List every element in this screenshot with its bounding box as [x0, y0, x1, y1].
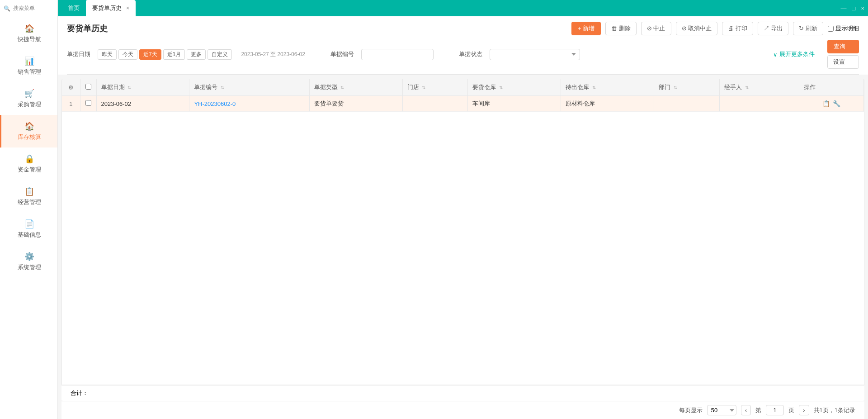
th-department[interactable]: 部门 ⇅ [654, 79, 720, 96]
doc-number-link[interactable]: YH-20230602-0 [194, 100, 236, 107]
th-check[interactable] [80, 79, 96, 96]
content-area: 要货单历史 + 新增 🗑 删除 ⊘ 中止 ⊘ 取消中止 🖨 打印 ↗ 导出 ↻ … [58, 16, 868, 419]
export-button[interactable]: ↗ 导出 [758, 22, 789, 35]
sidebar-search[interactable]: 🔍 搜索菜单 [0, 0, 57, 17]
th-department-label: 部门 [659, 84, 670, 90]
th-pending-warehouse-label: 待出仓库 [566, 84, 589, 90]
next-page-btn[interactable]: › [799, 405, 809, 415]
sidebar-item-label: 资金管理 [18, 166, 41, 174]
sidebar-item-basics[interactable]: 📄 基础信息 [0, 213, 57, 245]
sidebar-item-inventory[interactable]: 🏠 库存核算 [0, 115, 57, 148]
tab-home[interactable]: 首页 [61, 0, 86, 16]
sidebar-item-quick-nav[interactable]: 🏠 快捷导航 [0, 17, 57, 50]
tab-close-icon[interactable]: × [126, 5, 129, 11]
filter-row-1: 单据日期 昨天 今天 近7天 近1月 更多 自定义 2023-05-27 至 2… [67, 40, 859, 69]
sidebar-item-sales[interactable]: 📊 销售管理 [0, 50, 57, 82]
th-handler[interactable]: 经手人 ⇅ [720, 79, 799, 96]
display-detail-text: 显示明细 [835, 24, 859, 33]
sort-arrows-icon7: ⇅ [674, 85, 677, 90]
window-maximize-btn[interactable]: □ [852, 5, 856, 12]
row-checkbox[interactable] [85, 100, 91, 106]
page-header: 要货单历史 + 新增 🗑 删除 ⊘ 中止 ⊘ 取消中止 🖨 打印 ↗ 导出 ↻ … [58, 16, 868, 75]
tab-bar: 首页 要货单历史 × — □ × [58, 0, 868, 16]
action-icons-group: 📋 🔧 [804, 100, 859, 107]
delete-button[interactable]: 🗑 删除 [605, 22, 637, 35]
tab-active-label: 要货单历史 [92, 4, 122, 12]
settings-button[interactable]: 设置 [827, 55, 859, 69]
table-row: 1 2023-06-02 YH-20230602-0 要货单要货 车间库 原材料… [62, 96, 864, 112]
th-store[interactable]: 门店 ⇅ [402, 79, 468, 96]
row-doc-type: 要货单要货 [309, 96, 402, 112]
th-doc-type[interactable]: 单据类型 ⇅ [309, 79, 402, 96]
stop-button[interactable]: ⊘ 中止 [641, 22, 671, 35]
sidebar-item-label: 库存核算 [18, 133, 41, 141]
cancel-stop-button[interactable]: ⊘ 取消中止 [676, 22, 718, 35]
print-button[interactable]: 🖨 打印 [722, 22, 753, 35]
sort-arrows-icon2: ⇅ [221, 85, 224, 90]
th-doc-number[interactable]: 单据编号 ⇅ [189, 79, 309, 96]
th-doc-number-label: 单据编号 [194, 84, 217, 90]
display-detail-checkbox[interactable] [828, 26, 834, 32]
th-req-warehouse-label: 要货仓库 [472, 84, 496, 90]
sort-arrows-icon6: ⇅ [592, 85, 596, 90]
th-pending-warehouse[interactable]: 待出仓库 ⇅ [561, 79, 654, 96]
row-doc-number: YH-20230602-0 [189, 96, 309, 112]
window-close-btn[interactable]: × [861, 5, 864, 12]
query-button[interactable]: 查询 [827, 40, 859, 53]
per-page-label: 每页显示 [679, 406, 703, 414]
th-req-warehouse[interactable]: 要货仓库 ⇅ [468, 79, 561, 96]
sidebar-item-label: 经营管理 [18, 198, 41, 206]
row-num: 1 [62, 96, 80, 112]
doc-number-input[interactable] [361, 49, 434, 60]
sidebar-item-operations[interactable]: 📋 经营管理 [0, 180, 57, 213]
system-icon: ⚙️ [24, 252, 34, 262]
sidebar: 🔍 搜索菜单 🏠 快捷导航 📊 销售管理 🛒 采购管理 🏠 库存核算 🔒 资金管… [0, 0, 58, 419]
sort-arrows-icon8: ⇅ [745, 85, 749, 90]
row-req-warehouse: 车间库 [468, 96, 561, 112]
date-btn-more[interactable]: 更多 [187, 49, 206, 60]
date-btn-7days[interactable]: 近7天 [139, 49, 161, 60]
delete-row-icon[interactable]: 🔧 [833, 100, 840, 107]
page-title: 要货单历史 [67, 23, 108, 34]
date-btn-1month[interactable]: 近1月 [163, 49, 185, 60]
date-btn-custom[interactable]: 自定义 [208, 49, 232, 60]
date-filter-label: 单据日期 [67, 50, 90, 58]
footer-summary: 合计： [61, 385, 864, 401]
expand-more-btn[interactable]: ∨ 展开更多条件 [773, 50, 815, 58]
table-area: ⚙ 单据日期 ⇅ 单据编号 ⇅ 单据类型 [61, 79, 864, 385]
row-check[interactable] [80, 96, 96, 112]
row-handler [720, 96, 799, 112]
sidebar-item-purchase[interactable]: 🛒 采购管理 [0, 82, 57, 115]
sidebar-item-label: 采购管理 [18, 100, 41, 109]
tab-active[interactable]: 要货单历史 × [86, 0, 136, 16]
edit-icon[interactable]: 📋 [822, 100, 830, 107]
pagination-bar: 每页显示 20 50 100 ‹ 第 页 › 共1页，1条记录 [61, 401, 864, 419]
page-number-input[interactable] [766, 405, 784, 415]
sidebar-item-finance[interactable]: 🔒 资金管理 [0, 148, 57, 180]
quick-nav-icon: 🏠 [24, 24, 34, 33]
sort-arrows-icon3: ⇅ [340, 85, 344, 90]
doc-status-select[interactable] [490, 49, 580, 60]
add-button[interactable]: + 新增 [571, 22, 601, 35]
date-buttons: 昨天 今天 近7天 近1月 更多 自定义 [98, 49, 232, 60]
per-page-select[interactable]: 20 50 100 [707, 405, 736, 415]
th-doc-date[interactable]: 单据日期 ⇅ [96, 79, 189, 96]
tab-bar-controls: — □ × [841, 5, 864, 12]
sort-arrows-icon4: ⇅ [422, 85, 425, 90]
refresh-button[interactable]: ↻ 刷新 [793, 22, 823, 35]
row-doc-date: 2023-06-02 [96, 96, 189, 112]
select-all-checkbox[interactable] [85, 84, 91, 90]
row-actions: 📋 🔧 [799, 96, 863, 112]
tab-home-label: 首页 [68, 4, 80, 12]
row-pending-warehouse: 原材料仓库 [561, 96, 654, 112]
th-settings[interactable]: ⚙ [62, 79, 80, 96]
prev-page-btn[interactable]: ‹ [741, 405, 751, 415]
window-minimize-btn[interactable]: — [841, 5, 847, 12]
page-label: 第 [755, 406, 761, 414]
sidebar-item-system[interactable]: ⚙️ 系统管理 [0, 245, 57, 278]
date-btn-yesterday[interactable]: 昨天 [98, 49, 117, 60]
date-btn-today[interactable]: 今天 [118, 49, 137, 60]
display-detail-label[interactable]: 显示明细 [828, 24, 859, 33]
th-doc-date-label: 单据日期 [101, 84, 125, 90]
page-title-row: 要货单历史 + 新增 🗑 删除 ⊘ 中止 ⊘ 取消中止 🖨 打印 ↗ 导出 ↻ … [67, 22, 859, 35]
